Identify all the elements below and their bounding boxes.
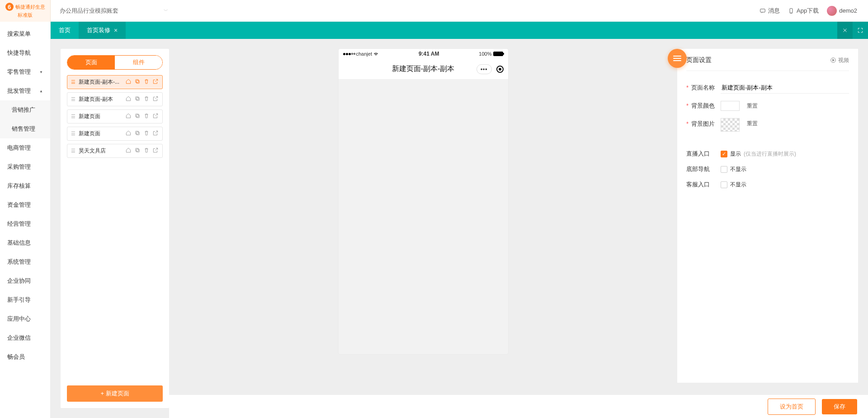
tab-home[interactable]: 首页 bbox=[51, 22, 79, 39]
sidebar-item[interactable]: 采购管理 bbox=[0, 157, 50, 176]
close-icon[interactable]: × bbox=[114, 27, 118, 34]
sidebar-item[interactable]: 新手引导 bbox=[0, 290, 50, 309]
drag-handle-icon[interactable]: ☰ bbox=[71, 131, 75, 137]
bg-image-picker[interactable] bbox=[721, 118, 740, 132]
sidebar-subitem[interactable]: 营销推广 bbox=[0, 100, 50, 119]
share-icon[interactable] bbox=[152, 95, 159, 103]
sidebar-subitem[interactable]: 销售管理 bbox=[0, 119, 50, 138]
user-menu[interactable]: demo2 bbox=[827, 6, 857, 16]
drag-handle-icon[interactable]: ☰ bbox=[71, 96, 75, 102]
battery-label: 100% bbox=[479, 51, 491, 57]
sidebar-item[interactable]: 企业协同 bbox=[0, 271, 50, 290]
sidebar-item[interactable]: 应用中心 bbox=[0, 309, 50, 328]
drag-handle-icon[interactable]: ☰ bbox=[71, 148, 75, 154]
mobile-status-bar: chanjet 9:41 AM 100% bbox=[339, 49, 508, 59]
sidebar-item[interactable]: 系统管理 bbox=[0, 252, 50, 271]
copy-icon[interactable] bbox=[134, 95, 141, 103]
bottom-action-bar: 设为首页 保存 bbox=[169, 394, 868, 418]
sidebar-item[interactable]: 搜索菜单 bbox=[0, 24, 50, 43]
chat-icon bbox=[760, 8, 766, 14]
sidebar-item-label: 快捷导航 bbox=[7, 49, 31, 57]
svg-rect-12 bbox=[136, 148, 138, 151]
segment-page[interactable]: 页面 bbox=[67, 56, 115, 69]
mobile-preview: chanjet 9:41 AM 100% 新建页面-副本-副本 ••• bbox=[339, 49, 508, 354]
copy-icon[interactable] bbox=[134, 78, 141, 86]
home-icon[interactable] bbox=[125, 147, 132, 155]
app-download-link[interactable]: App下载 bbox=[788, 7, 819, 15]
field-bottom-nav: 底部导航 不显示 bbox=[686, 162, 849, 177]
sidebar-item[interactable]: 库存核算 bbox=[0, 176, 50, 195]
chevron-down-icon: ﹀ bbox=[164, 8, 168, 14]
live-checkbox[interactable]: ✓ 显示 (仅当进行直播时展示) bbox=[721, 150, 796, 158]
miniapp-close-button[interactable] bbox=[496, 66, 504, 73]
video-link[interactable]: 视频 bbox=[830, 57, 849, 64]
delete-icon[interactable] bbox=[143, 113, 150, 120]
sidebar-item[interactable]: 经营管理 bbox=[0, 214, 50, 233]
tab-page-design[interactable]: 首页装修 × bbox=[79, 22, 126, 39]
sidebar-item-label: 企业微信 bbox=[7, 334, 31, 342]
panel-segment: 页面 组件 bbox=[67, 55, 163, 70]
page-name-input[interactable] bbox=[721, 82, 849, 94]
drag-handle-icon[interactable]: ☰ bbox=[71, 114, 75, 119]
bg-color-picker[interactable] bbox=[721, 101, 740, 111]
service-checkbox[interactable]: 不显示 bbox=[721, 181, 746, 189]
page-list-item[interactable]: ☰新建页面-副本 bbox=[67, 92, 163, 106]
delete-icon[interactable] bbox=[143, 95, 150, 103]
miniapp-menu-button[interactable]: ••• bbox=[476, 64, 492, 74]
segment-component[interactable]: 组件 bbox=[115, 56, 162, 69]
copy-icon[interactable] bbox=[134, 113, 141, 120]
sidebar-item[interactable]: 批发管理▲ bbox=[0, 81, 50, 100]
share-icon[interactable] bbox=[152, 78, 159, 86]
sidebar-item[interactable]: 基础信息 bbox=[0, 233, 50, 252]
page-name-label: 新建页面 bbox=[79, 130, 122, 138]
logo[interactable]: 6 畅捷通好生意 标准版 bbox=[0, 0, 51, 22]
sidebar-item-label: 零售管理 bbox=[7, 68, 31, 76]
sidebar-item[interactable]: 畅会员 bbox=[0, 347, 50, 366]
sidebar-item[interactable]: 快捷导航 bbox=[0, 43, 50, 62]
close-tab-button[interactable] bbox=[837, 22, 853, 39]
sidebar-item-label: 基础信息 bbox=[7, 239, 31, 247]
share-icon[interactable] bbox=[152, 113, 159, 120]
bottom-nav-checkbox[interactable]: 不显示 bbox=[721, 166, 746, 173]
bg-color-reset[interactable]: 重置 bbox=[747, 102, 758, 110]
logo-text: 畅捷通好生意 bbox=[15, 4, 45, 10]
more-icon: ••• bbox=[481, 66, 488, 72]
sidebar-item-label: 采购管理 bbox=[7, 163, 31, 171]
sidebar-item-label: 系统管理 bbox=[7, 258, 31, 266]
save-button[interactable]: 保存 bbox=[822, 399, 857, 414]
home-icon[interactable] bbox=[125, 130, 132, 138]
home-icon[interactable] bbox=[125, 78, 132, 86]
page-list-item[interactable]: ☰新建页面-副本-... bbox=[67, 75, 163, 89]
delete-icon[interactable] bbox=[143, 147, 150, 155]
delete-icon[interactable] bbox=[143, 78, 150, 86]
sidebar-item-label: 资金管理 bbox=[7, 201, 31, 209]
messages-link[interactable]: 消息 bbox=[760, 7, 780, 15]
bg-image-reset[interactable]: 重置 bbox=[747, 118, 758, 128]
new-page-button[interactable]: + 新建页面 bbox=[67, 385, 163, 402]
set-home-button[interactable]: 设为首页 bbox=[768, 399, 816, 415]
x-icon bbox=[842, 27, 848, 33]
copy-icon[interactable] bbox=[134, 130, 141, 138]
fullscreen-button[interactable] bbox=[853, 22, 868, 39]
home-icon[interactable] bbox=[125, 95, 132, 103]
sidebar-item-label: 新手引导 bbox=[7, 296, 31, 304]
drag-handle-icon[interactable]: ☰ bbox=[71, 79, 75, 85]
sidebar-item-label: 库存核算 bbox=[7, 182, 31, 190]
account-selector[interactable]: 办公用品行业模拟账套 ﹀ bbox=[60, 7, 168, 15]
collapse-panel-button[interactable] bbox=[668, 49, 687, 68]
copy-icon[interactable] bbox=[134, 147, 141, 155]
page-list-item[interactable]: ☰新建页面 bbox=[67, 127, 163, 141]
sidebar-item-label: 经营管理 bbox=[7, 220, 31, 228]
page-list-item[interactable]: ☰昊天文具店 bbox=[67, 144, 163, 158]
delete-icon[interactable] bbox=[143, 130, 150, 138]
settings-title: 页面设置 bbox=[686, 56, 712, 64]
share-icon[interactable] bbox=[152, 130, 159, 138]
sidebar-item[interactable]: 电商管理 bbox=[0, 138, 50, 157]
page-list-item[interactable]: ☰新建页面 bbox=[67, 109, 163, 124]
home-icon[interactable] bbox=[125, 113, 132, 120]
sidebar-item[interactable]: 零售管理▼ bbox=[0, 62, 50, 81]
sidebar-item[interactable]: 企业微信 bbox=[0, 328, 50, 347]
mobile-nav-bar: 新建页面-副本-副本 ••• bbox=[339, 59, 508, 80]
sidebar-item[interactable]: 资金管理 bbox=[0, 195, 50, 214]
share-icon[interactable] bbox=[152, 147, 159, 155]
